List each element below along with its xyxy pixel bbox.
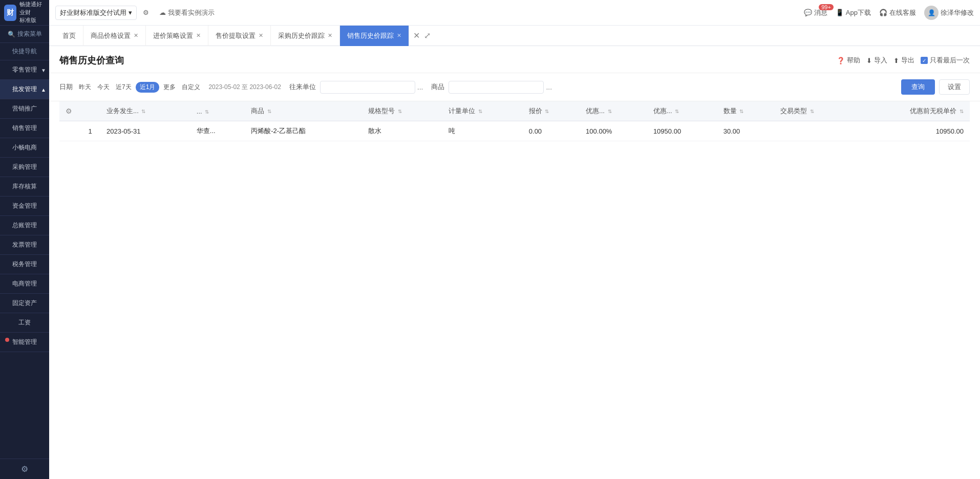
sidebar-item-invoice[interactable]: 发票管理 <box>0 235 49 255</box>
col-transaction-type[interactable]: 交易类型 ⇅ <box>774 101 855 121</box>
chevron-down-icon: ▾ <box>129 9 132 16</box>
sidebar-item-label: 税务管理 <box>12 260 37 269</box>
tab-home[interactable]: 首页 <box>55 26 83 46</box>
sidebar-item-ecommerce[interactable]: 电商管理 <box>0 274 49 294</box>
col-unit[interactable]: 计量单位 ⇅ <box>442 101 523 121</box>
row-spec-cell: 散水 <box>362 121 442 141</box>
sort-icon: ⇅ <box>960 108 964 114</box>
sort-icon: ⇅ <box>608 108 612 114</box>
only-last-checkbox[interactable]: ✓ 只看最后一次 <box>921 56 970 65</box>
sidebar-settings-button[interactable]: ⚙ <box>0 459 49 479</box>
col-discount-rate[interactable]: 优惠... ⇅ <box>580 101 647 121</box>
sidebar-quicknav[interactable]: 快捷导航 <box>0 43 49 60</box>
sort-icon: ⇅ <box>267 108 271 114</box>
tab-close-icon[interactable]: ✕ <box>397 32 401 39</box>
row-pre-tax-price-cell: 10950.00 <box>855 121 970 141</box>
source-unit-dots[interactable]: ... <box>417 83 423 91</box>
filter-settings-button[interactable]: 设置 <box>939 79 970 95</box>
date-option-last7[interactable]: 近7天 <box>114 82 134 93</box>
messages-button[interactable]: 💬 消息 99+ <box>804 8 827 17</box>
page-actions: ❓ 帮助 ⬇ 导入 ⬆ 导出 ✓ 只看最后一次 <box>837 56 970 65</box>
sidebar-item-finance[interactable]: 资金管理 <box>0 197 49 216</box>
col-price[interactable]: 报价 ⇅ <box>523 101 580 121</box>
sidebar-item-inventory[interactable]: 库存核算 <box>0 177 49 197</box>
table-header-row: ⚙ 业务发生... ⇅ ... ⇅ 商品 ⇅ <box>59 101 970 121</box>
help-icon: ❓ <box>837 57 845 64</box>
tab-purchase-history[interactable]: 采购历史价跟踪 ✕ <box>271 26 340 46</box>
row-index-cell: 1 <box>80 121 100 141</box>
col-spec[interactable]: 规格型号 ⇅ <box>362 101 442 121</box>
sidebar-item-assets[interactable]: 固定资产 <box>0 294 49 313</box>
help-label: 帮助 <box>847 56 860 65</box>
sidebar: 财 畅捷通好业财 标准版 🔍 搜索菜单 快捷导航 零售管理 ▼ 批发管理 ▲ 营… <box>0 0 49 479</box>
topbar-settings-button[interactable]: ⚙ <box>141 7 151 18</box>
sort-icon: ⇅ <box>478 108 482 114</box>
filter-bar: 日期 昨天 今天 近7天 近1月 更多 自定义 2023-05-02 至 202… <box>49 73 980 101</box>
col-quantity[interactable]: 数量 ⇅ <box>717 101 774 121</box>
gear-icon: ⚙ <box>21 464 28 474</box>
sort-icon: ⇅ <box>141 108 145 114</box>
col-discount-price[interactable]: 优惠... ⇅ <box>647 101 717 121</box>
logo-icon: 财 <box>4 5 16 21</box>
table-gear-icon[interactable]: ⚙ <box>66 107 72 115</box>
sidebar-item-retail[interactable]: 零售管理 ▼ <box>0 60 49 80</box>
product-input[interactable] <box>449 81 544 94</box>
sidebar-item-label: 工资 <box>18 318 31 327</box>
date-option-last1month[interactable]: 近1月 <box>136 82 160 93</box>
date-options: 昨天 今天 近7天 近1月 更多 自定义 <box>77 82 202 93</box>
sidebar-item-tax[interactable]: 税务管理 <box>0 255 49 274</box>
expand-window-button[interactable]: ⤢ <box>424 31 431 40</box>
col-business-date[interactable]: 业务发生... ⇅ <box>100 101 190 121</box>
message-icon: 💬 <box>804 9 812 16</box>
sidebar-item-account[interactable]: 总账管理 <box>0 216 49 235</box>
tab-purchase-strategy[interactable]: 进价策略设置 ✕ <box>146 26 208 46</box>
sidebar-item-purchase[interactable]: 采购管理 <box>0 158 49 177</box>
app-download-button[interactable]: 📱 App下载 <box>836 8 871 17</box>
demo-link[interactable]: ☁ 我要看实例演示 <box>159 8 215 17</box>
source-unit-input[interactable] <box>320 81 415 94</box>
help-link[interactable]: ❓ 帮助 <box>837 56 860 65</box>
date-option-more[interactable]: 更多 <box>161 82 178 93</box>
tab-label: 售价提取设置 <box>216 31 255 40</box>
headset-icon: 🎧 <box>879 9 887 16</box>
online-service-label: 在线客服 <box>889 8 916 17</box>
col-extra[interactable]: ... ⇅ <box>190 101 245 121</box>
version-selector[interactable]: 好业财标准版交付试用 ▾ <box>55 6 137 20</box>
sidebar-item-marketing[interactable]: 营销推广 <box>0 99 49 119</box>
sidebar-item-label: 智能管理 <box>12 338 37 346</box>
tab-close-icon[interactable]: ✕ <box>328 32 332 39</box>
user-profile-button[interactable]: 👤 徐泽华修改 <box>924 6 974 20</box>
sidebar-item-smart[interactable]: 智能管理 <box>0 333 49 352</box>
source-unit-filter-group: 往来单位 ... <box>289 81 423 94</box>
sidebar-search[interactable]: 🔍 搜索菜单 <box>0 26 49 43</box>
date-option-yesterday[interactable]: 昨天 <box>77 82 93 93</box>
online-service-button[interactable]: 🎧 在线客服 <box>879 8 916 17</box>
quicknav-label: 快捷导航 <box>12 47 37 56</box>
col-pre-tax-price[interactable]: 优惠前无税单价 ⇅ <box>855 101 970 121</box>
export-icon: ⬆ <box>893 57 899 64</box>
close-window-button[interactable]: ✕ <box>413 31 420 40</box>
tab-sale-extract[interactable]: 售价提取设置 ✕ <box>208 26 271 46</box>
col-product[interactable]: 商品 ⇅ <box>245 101 362 121</box>
date-option-today[interactable]: 今天 <box>95 82 112 93</box>
sidebar-item-sales[interactable]: 销售管理 <box>0 119 49 138</box>
import-label: 导入 <box>874 56 887 65</box>
export-label: 导出 <box>901 56 914 65</box>
tab-close-icon[interactable]: ✕ <box>259 32 263 39</box>
sort-icon: ⇅ <box>398 108 402 114</box>
date-option-custom[interactable]: 自定义 <box>180 82 202 93</box>
import-link[interactable]: ⬇ 导入 <box>866 56 887 65</box>
tab-close-icon[interactable]: ✕ <box>196 32 201 39</box>
product-dots[interactable]: ... <box>546 83 552 91</box>
product-input-group: ... <box>449 81 552 94</box>
cloud-icon: ☁ <box>159 9 166 16</box>
tab-close-icon[interactable]: ✕ <box>134 32 138 39</box>
query-button[interactable]: 查询 <box>901 79 935 95</box>
sidebar-item-ecommerce-small[interactable]: 小畅电商 <box>0 138 49 158</box>
tab-sales-history[interactable]: 销售历史价跟踪 ✕ <box>340 26 409 46</box>
sidebar-item-salary[interactable]: 工资 <box>0 313 49 333</box>
export-link[interactable]: ⬆ 导出 <box>893 56 914 65</box>
search-icon: 🔍 <box>8 31 15 38</box>
tab-price[interactable]: 商品价格设置 ✕ <box>83 26 146 46</box>
sidebar-item-wholesale[interactable]: 批发管理 ▲ <box>0 80 49 99</box>
